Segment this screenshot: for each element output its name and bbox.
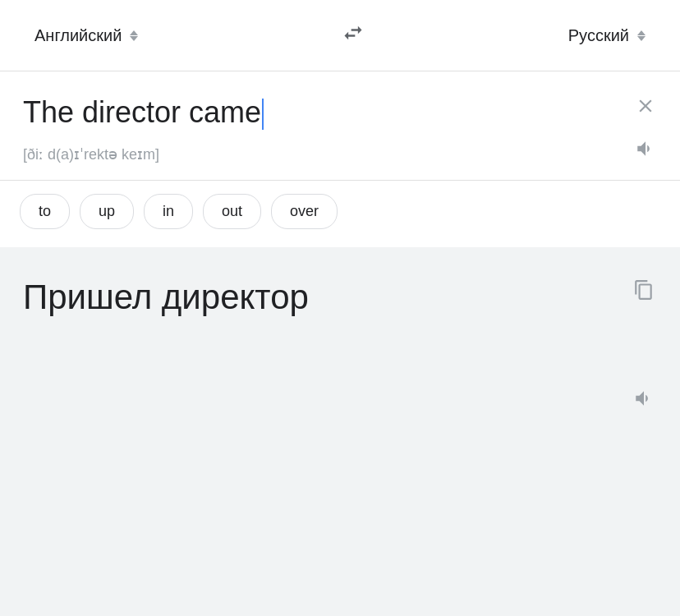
target-language-selector[interactable]: Русский [558, 20, 655, 52]
source-language-selector[interactable]: Английский [25, 20, 148, 52]
suggestion-chip-up[interactable]: up [80, 194, 134, 229]
output-audio-button[interactable] [627, 382, 660, 415]
phonetic-transcription: [ðiː d(a)ɪˈrektə keɪm] [23, 145, 657, 163]
output-section: Пришел директор [0, 254, 680, 434]
arrow-down-icon [130, 36, 138, 41]
suggestion-chip-over[interactable]: over [271, 194, 338, 229]
source-language-label: Английский [34, 26, 122, 45]
arrow-up-icon [130, 30, 138, 35]
text-cursor [262, 99, 264, 130]
arrow-down-icon [637, 36, 646, 41]
swap-icon-container [148, 15, 558, 56]
close-icon [635, 95, 656, 117]
source-text-input[interactable]: The director came [23, 94, 608, 136]
suggestion-chip-to[interactable]: to [20, 194, 70, 229]
swap-icon [342, 21, 365, 44]
input-text-content: The director came [23, 95, 261, 129]
suggestion-chip-out[interactable]: out [203, 194, 261, 229]
speaker-icon [633, 388, 655, 409]
target-lang-arrows [637, 30, 646, 41]
input-audio-button[interactable] [631, 134, 660, 163]
source-lang-arrows [130, 30, 138, 41]
speaker-icon [635, 138, 656, 159]
header-bar: Английский Русский [0, 0, 680, 71]
target-language-label: Русский [568, 26, 629, 45]
clear-input-button[interactable] [631, 91, 660, 121]
copy-icon [633, 279, 655, 301]
suggestions-bar: to up in out over [0, 181, 680, 254]
input-section: The director came [ðiː d(a)ɪˈrektə keɪm] [0, 71, 680, 181]
suggestion-chip-in[interactable]: in [144, 194, 193, 229]
translated-text: Пришел директор [23, 277, 591, 318]
swap-languages-button[interactable] [335, 15, 371, 56]
copy-translation-button[interactable] [627, 274, 660, 306]
arrow-up-icon [637, 30, 646, 35]
